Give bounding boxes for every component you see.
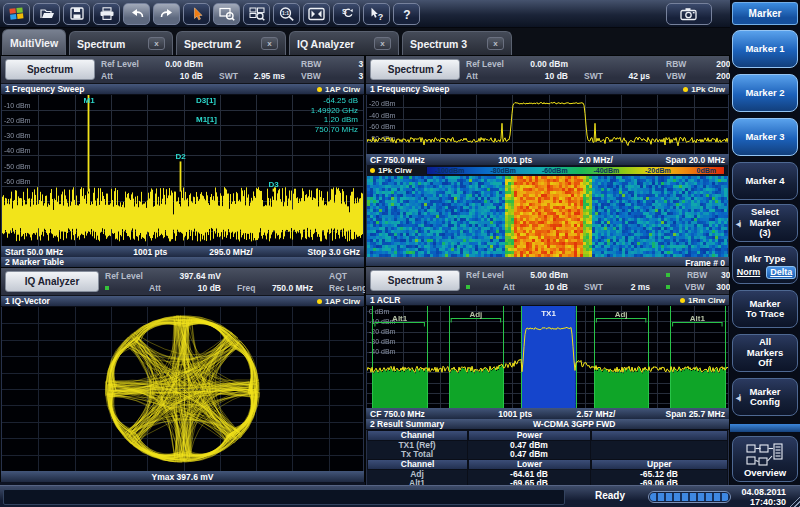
window-titlebar[interactable]: 1 IQ-Vector 1AP Clrw bbox=[1, 296, 364, 307]
softkey-mkr-type[interactable]: Mkr Type Norm Delta bbox=[732, 246, 798, 284]
tab-multiview[interactable]: MultiView bbox=[2, 29, 66, 55]
tab-label: Spectrum bbox=[77, 38, 125, 50]
softkey-all-markers-off[interactable]: All Markers Off bbox=[732, 334, 798, 372]
zoom-area-icon[interactable] bbox=[213, 3, 240, 25]
softkey-marker-to-trace[interactable]: Marker To Trace bbox=[732, 290, 798, 328]
swt-field: SWT2 ms bbox=[584, 282, 666, 292]
spectrogram-plot[interactable] bbox=[366, 176, 729, 257]
softkey-overview[interactable]: Overview bbox=[732, 436, 798, 482]
screenshot-camera-button[interactable] bbox=[666, 3, 712, 25]
close-icon[interactable]: x bbox=[261, 37, 278, 50]
spectrogram-colorbar: 1Pk Clrw -100dBm-80dBm-60dBm-40dBm-20dBm… bbox=[366, 165, 729, 176]
status-message-field bbox=[3, 489, 565, 505]
aclr-axis-footer: CF 750.0 MHz1001 pts2.57 MHz/Span 25.7 M… bbox=[366, 408, 729, 419]
progress-fill bbox=[650, 493, 729, 501]
spectrum-1-axis-footer: Start 50.0 MHz1001 pts295.0 MHz/Stop 3.0… bbox=[1, 246, 364, 257]
spectrum-2-trace-canvas[interactable] bbox=[367, 95, 729, 154]
trace-info: 1Rm Clrw bbox=[680, 296, 725, 305]
att-field: Att10 dB bbox=[105, 283, 237, 293]
spectrum-1-plot[interactable]: D3[1]-64.25 dB 1.49920 GHz M1[1]1.20 dBm… bbox=[1, 95, 364, 246]
zoom-windows-icon[interactable] bbox=[243, 3, 270, 25]
close-icon[interactable]: x bbox=[487, 37, 504, 50]
analyzer-screen: 1:1 S ? ? MultiView Spectrumx Spectrum 2… bbox=[0, 0, 800, 507]
modified-indicator-icon bbox=[666, 273, 670, 277]
spectrum-2-header: Spectrum 2 Ref Level0.00 dBm RBW200 kHz … bbox=[366, 56, 729, 84]
zoom-1to1-icon[interactable]: 1:1 bbox=[273, 3, 300, 25]
aclr-canvas[interactable] bbox=[367, 306, 729, 408]
context-help-pointer-icon[interactable]: ? bbox=[363, 3, 390, 25]
att-field: Att10 dB bbox=[466, 282, 584, 292]
iq-vector-canvas[interactable] bbox=[2, 307, 364, 471]
date-time: 04.08.2011 17:40:30 bbox=[741, 487, 786, 507]
save-icon[interactable] bbox=[63, 3, 90, 25]
undo-icon[interactable] bbox=[123, 3, 150, 25]
window-title: 2 Result Summary bbox=[370, 419, 444, 429]
split-display-icon[interactable] bbox=[303, 3, 330, 25]
statusbar: Ready 04.08.2011 17:40:30 bbox=[0, 485, 800, 507]
spectrogram-canvas[interactable] bbox=[367, 176, 729, 257]
softkey-marker-1[interactable]: Marker 1 bbox=[732, 30, 798, 68]
softkey-marker-3[interactable]: Marker 3 bbox=[732, 118, 798, 156]
windows-logo-icon[interactable] bbox=[3, 3, 30, 25]
swt-field: SWT42 µs bbox=[584, 71, 666, 81]
softkey-marker-2[interactable]: Marker 2 bbox=[732, 74, 798, 112]
color-scale: -100dBm-80dBm-60dBm-40dBm-20dBm0dBm bbox=[426, 166, 725, 175]
redo-icon[interactable] bbox=[153, 3, 180, 25]
trace-dot-icon bbox=[680, 298, 685, 303]
print-icon[interactable] bbox=[93, 3, 120, 25]
iq-header: IQ Analyzer Ref Level397.64 mV AQT31.281… bbox=[1, 268, 364, 296]
mkr-type-delta-option[interactable]: Delta bbox=[766, 266, 796, 279]
channel-button-spectrum-2[interactable]: Spectrum 2 bbox=[370, 59, 460, 80]
toolbar: 1:1 S ? ? bbox=[0, 0, 800, 28]
aclr-plot[interactable] bbox=[366, 306, 729, 408]
window-title: 1 ACLR bbox=[370, 295, 400, 305]
tab-spectrum-3[interactable]: Spectrum 3x bbox=[402, 31, 512, 55]
trace-info: 1AP Clrw bbox=[317, 297, 360, 306]
spectrum-2-axis-footer: CF 750.0 MHz1001 pts2.0 MHz/Span 20.0 MH… bbox=[366, 154, 729, 165]
window-titlebar[interactable]: 1 Frequency Sweep 1AP Clrw bbox=[1, 84, 364, 95]
tab-iq-analyzer[interactable]: IQ Analyzerx bbox=[289, 31, 399, 55]
channel-button-spectrum-3[interactable]: Spectrum 3 bbox=[370, 270, 460, 291]
softkey-marker-config[interactable]: ◀▏Marker Config bbox=[732, 378, 798, 416]
tab-label: MultiView bbox=[10, 37, 58, 49]
ref-level-field: Ref Level0.00 dBm bbox=[101, 59, 219, 69]
channel-button-iq-analyzer[interactable]: IQ Analyzer bbox=[5, 271, 99, 292]
spectrum-3-window: Spectrum 3 Ref Level5.00 dBm RBW30 kHz A… bbox=[365, 266, 730, 485]
tab-spectrum-2[interactable]: Spectrum 2x bbox=[176, 31, 286, 55]
att-field: Att10 dB bbox=[466, 71, 584, 81]
continue-sweep-icon[interactable]: S bbox=[333, 3, 360, 25]
tab-spectrum[interactable]: Spectrumx bbox=[69, 31, 173, 55]
channel-button-spectrum[interactable]: Spectrum bbox=[5, 59, 95, 80]
ref-level-field: Ref Level397.64 mV bbox=[105, 271, 237, 281]
svg-text:1:1: 1:1 bbox=[281, 10, 288, 16]
svg-text:?: ? bbox=[378, 11, 384, 21]
tab-label: IQ Analyzer bbox=[297, 38, 354, 50]
dialog-arrow-icon: ◀▏ bbox=[736, 219, 743, 230]
window-titlebar[interactable]: 1 ACLR 1Rm Clrw bbox=[366, 295, 729, 306]
help-icon[interactable]: ? bbox=[393, 3, 420, 25]
tab-label: Spectrum 2 bbox=[184, 38, 241, 50]
close-icon[interactable]: x bbox=[148, 37, 165, 50]
iq-footer: Ymax 397.6 mV bbox=[1, 471, 364, 482]
ref-level-field: Ref Level5.00 dBm bbox=[466, 270, 584, 280]
softkey-sidebar: Marker Marker 1 Marker 2 Marker 3 Marker… bbox=[730, 0, 800, 507]
window-titlebar[interactable]: 1 Frequency Sweep 1Pk Clrw bbox=[366, 84, 729, 95]
modified-indicator-icon bbox=[105, 286, 109, 290]
iq-vector-plot[interactable] bbox=[1, 307, 364, 471]
block-diagram-icon bbox=[746, 443, 784, 467]
close-icon[interactable]: x bbox=[374, 37, 391, 50]
spectrum-2-plot[interactable] bbox=[366, 95, 729, 154]
open-file-icon[interactable] bbox=[33, 3, 60, 25]
swt-field: SWT2.95 ms bbox=[219, 71, 301, 81]
ref-level-field: Ref Level0.00 dBm bbox=[466, 59, 584, 69]
trace-info: 1Pk Clrw bbox=[683, 85, 725, 94]
table-row: Tx Total0.47 dBm bbox=[367, 450, 728, 459]
mkr-type-norm-option[interactable]: Norm bbox=[734, 267, 764, 278]
select-pointer-icon[interactable] bbox=[183, 3, 210, 25]
softkey-select-marker[interactable]: ◀▏Select Marker (3) bbox=[732, 204, 798, 242]
result-summary-titlebar[interactable]: 2 Result Summary W-CDMA 3GPP FWD bbox=[366, 419, 729, 430]
standard-label: W-CDMA 3GPP FWD bbox=[533, 419, 615, 429]
softkey-marker-4[interactable]: Marker 4 bbox=[732, 162, 798, 200]
resize-grip[interactable] bbox=[787, 494, 800, 507]
trace-dot-icon bbox=[317, 87, 322, 92]
